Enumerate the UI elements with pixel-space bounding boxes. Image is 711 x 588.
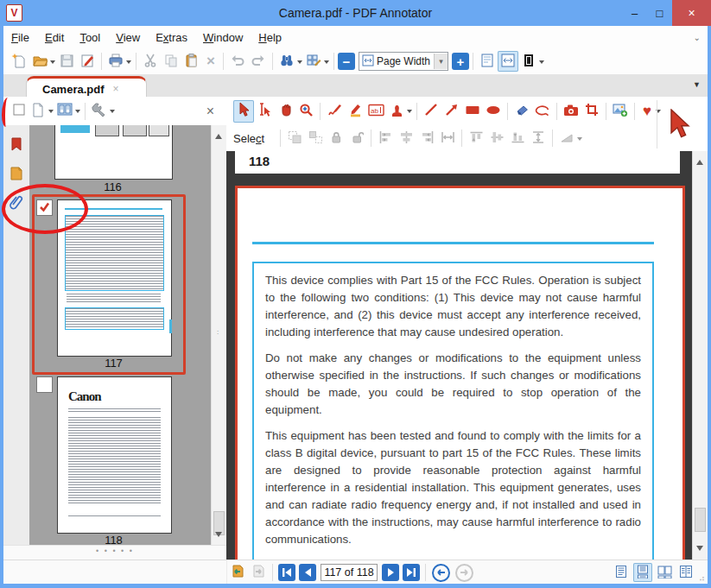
paste-button[interactable] <box>181 50 202 73</box>
open-dropdown-icon[interactable] <box>50 60 55 66</box>
settings-dropdown-icon[interactable] <box>110 110 115 116</box>
menu-extras[interactable]: Extras <box>148 28 195 47</box>
current-page[interactable]: This device complies with Part 15 of the… <box>235 186 685 560</box>
select-text-tool-button[interactable] <box>254 100 275 123</box>
view-options-button[interactable] <box>54 100 75 123</box>
previous-page-bottom[interactable]: 118 <box>235 151 680 174</box>
facing-layout-button[interactable] <box>655 563 674 582</box>
find-button[interactable] <box>276 50 297 73</box>
go-to-page-button[interactable] <box>303 50 324 73</box>
zoom-in-button[interactable]: + <box>452 53 469 70</box>
select-tool-button[interactable] <box>233 100 254 123</box>
sidebar-splitter[interactable]: • • • • • <box>3 545 226 560</box>
pan-tool-button[interactable] <box>275 100 295 123</box>
line-tool-button[interactable] <box>421 100 441 123</box>
first-page-button[interactable] <box>278 564 295 581</box>
thumbnail-page-116[interactable] <box>54 125 173 180</box>
resize-grip-icon[interactable]: ⠴ <box>699 573 706 583</box>
forward-button[interactable] <box>455 564 473 582</box>
next-view-button[interactable] <box>248 561 269 584</box>
lock-button[interactable] <box>326 127 346 149</box>
fit-width-button[interactable] <box>498 51 518 72</box>
redo-button[interactable] <box>248 50 269 73</box>
favorites-button[interactable]: ♥ <box>638 100 656 123</box>
selection-more-icon[interactable] <box>577 137 582 143</box>
tab-close-icon[interactable]: × <box>113 83 119 95</box>
close-sidebar-icon[interactable]: × <box>206 104 214 119</box>
sidebar-scrollbar[interactable]: : <box>211 125 226 546</box>
menu-edit[interactable]: Edit <box>37 28 72 47</box>
document-scrollbar[interactable] <box>692 151 708 560</box>
zoom-tool-button[interactable] <box>295 100 316 123</box>
thumbnail-page-118[interactable]: Canon <box>57 376 172 534</box>
menu-overflow-icon[interactable]: ⌄ <box>694 33 701 42</box>
scroll-thumb[interactable] <box>695 508 706 532</box>
view-options-dropdown-icon[interactable] <box>75 110 80 116</box>
page-options-dropdown-icon[interactable] <box>48 110 54 116</box>
stamp-tool-button[interactable] <box>386 100 407 123</box>
ungroup-button[interactable] <box>305 127 326 149</box>
fit-page-button[interactable] <box>477 51 498 72</box>
eraser-tool-button[interactable] <box>511 100 532 123</box>
document-view[interactable]: 118 This device complies with Part 15 of… <box>226 151 708 560</box>
go-to-page-dropdown-icon[interactable] <box>324 60 329 66</box>
cyan-box-annotation[interactable]: This device complies with Part 15 of the… <box>252 262 654 560</box>
scroll-up-icon[interactable] <box>696 156 703 165</box>
sidebar-tab-bookmarks[interactable] <box>3 130 29 160</box>
facing-continuous-layout-button[interactable] <box>676 563 695 582</box>
page-options-button[interactable] <box>28 100 48 123</box>
find-dropdown-icon[interactable] <box>297 60 302 66</box>
single-page-layout-button[interactable] <box>612 563 631 582</box>
settings-button[interactable] <box>89 100 110 123</box>
previous-view-button[interactable] <box>227 561 248 584</box>
print-button[interactable] <box>105 50 126 73</box>
align-middle-button[interactable] <box>486 127 507 149</box>
copy-button[interactable] <box>161 50 181 73</box>
rectangle-tool-button[interactable] <box>462 100 483 123</box>
snapshot-tool-button[interactable] <box>561 100 581 123</box>
menu-window[interactable]: Window <box>195 28 251 47</box>
save-button[interactable] <box>56 50 77 73</box>
arrange-button[interactable] <box>556 127 577 149</box>
page-number-118[interactable]: 118 <box>55 534 172 546</box>
tab-camera-pdf[interactable]: Camera.pdf × <box>26 76 147 99</box>
continuous-layout-button[interactable] <box>633 563 652 582</box>
scroll-up-icon[interactable] <box>215 130 222 139</box>
same-height-button[interactable] <box>528 127 549 149</box>
insert-image-button[interactable] <box>610 100 631 123</box>
zoom-level-dropdown-icon[interactable]: ▾ <box>434 54 448 69</box>
pen-tool-button[interactable] <box>324 100 345 123</box>
crop-tool-button[interactable] <box>581 100 602 123</box>
full-screen-button[interactable] <box>518 51 539 72</box>
tab-list-icon[interactable]: ▼ <box>693 80 701 89</box>
menu-view[interactable]: View <box>108 28 148 47</box>
marker-tool-button[interactable] <box>345 100 365 123</box>
zoom-out-button[interactable]: − <box>338 53 355 70</box>
menu-tool[interactable]: Tool <box>72 28 108 47</box>
delete-button[interactable]: × <box>202 50 219 73</box>
cut-button[interactable] <box>140 50 161 73</box>
group-button[interactable] <box>284 127 305 149</box>
scroll-down-icon[interactable] <box>215 532 222 541</box>
align-right-button[interactable] <box>416 127 437 149</box>
open-button[interactable] <box>29 50 50 73</box>
page-118-checkbox[interactable] <box>36 376 53 393</box>
menu-file[interactable]: File <box>3 28 37 47</box>
next-page-button[interactable] <box>382 564 399 581</box>
menu-help[interactable]: Help <box>251 28 289 47</box>
align-top-button[interactable] <box>466 127 486 149</box>
print-dropdown-icon[interactable] <box>126 60 131 66</box>
toolbar-more-icon[interactable] <box>539 60 544 66</box>
text-box-tool-button[interactable]: ab <box>365 100 386 123</box>
arrow-tool-button[interactable] <box>441 100 462 123</box>
page-indicator-input[interactable] <box>321 564 378 581</box>
align-center-button[interactable] <box>396 127 416 149</box>
last-page-button[interactable] <box>403 564 420 581</box>
close-button[interactable]: × <box>672 0 711 26</box>
maximize-button[interactable]: □ <box>647 0 672 26</box>
lasso-tool-button[interactable] <box>532 100 553 123</box>
select-pages-button[interactable] <box>10 100 28 123</box>
ellipse-tool-button[interactable] <box>483 100 504 123</box>
back-button[interactable] <box>432 564 450 582</box>
minimize-button[interactable]: – <box>622 0 647 26</box>
